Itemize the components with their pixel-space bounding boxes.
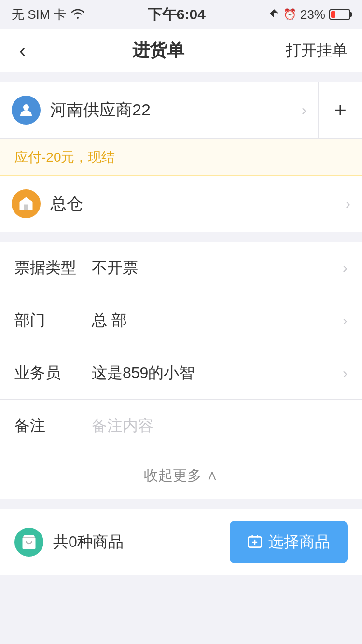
salesperson-label: 业务员 (14, 363, 82, 384)
chevron-right-icon-3: › (343, 260, 348, 276)
gray-area (0, 575, 362, 644)
collapse-button[interactable]: 收起更多 ∧ (0, 452, 362, 499)
department-label: 部门 (14, 310, 82, 331)
battery-percentage: 23% (300, 7, 325, 22)
shopping-bag-icon (20, 533, 38, 551)
salesperson-value: 这是859的小智 (82, 363, 338, 384)
select-product-button[interactable]: 选择商品 (230, 521, 348, 563)
remark-label: 备注 (14, 415, 82, 436)
warehouse-name: 总仓 (50, 193, 341, 215)
invoice-type-value: 不开票 (82, 257, 338, 279)
invoice-type-label: 票据类型 (14, 257, 82, 279)
add-product-icon (247, 534, 263, 550)
supplier-avatar (12, 96, 41, 125)
home-icon (17, 195, 35, 212)
status-left: 无 SIM 卡 (12, 6, 84, 23)
wifi-icon (71, 7, 84, 22)
status-right: ⏰ 23% (269, 7, 350, 22)
alarm-icon: ⏰ (283, 8, 296, 21)
svg-rect-1 (24, 205, 28, 210)
gap-1 (0, 72, 362, 82)
product-count-label: 共0种商品 (53, 532, 230, 553)
chevron-right-icon-5: › (343, 365, 348, 381)
select-product-label: 选择商品 (268, 532, 330, 553)
nav-bar: ‹ 进货单 打开挂单 (0, 29, 362, 72)
battery-icon (329, 9, 350, 20)
supplier-selector[interactable]: 河南供应商22 › (0, 82, 319, 138)
notice-text: 应付-20元，现结 (14, 150, 115, 165)
warehouse-icon (12, 189, 41, 218)
person-icon (17, 101, 35, 119)
department-row[interactable]: 部门 总 部 › (0, 294, 362, 347)
salesperson-row[interactable]: 业务员 这是859的小智 › (0, 347, 362, 400)
department-value: 总 部 (82, 310, 338, 331)
status-bar: 无 SIM 卡 下午6:04 ⏰ 23% (0, 0, 362, 29)
chevron-right-icon-4: › (343, 312, 348, 329)
open-pending-button[interactable]: 打开挂单 (286, 40, 348, 61)
product-count-icon (14, 528, 43, 557)
bottom-bar: 共0种商品 选择商品 (0, 509, 362, 575)
page-title: 进货单 (132, 39, 184, 62)
supplier-section: 河南供应商22 › + (0, 82, 362, 139)
collapse-label: 收起更多 ∧ (144, 466, 218, 486)
chevron-right-icon: › (302, 102, 306, 118)
form-section: 票据类型 不开票 › 部门 总 部 › 业务员 这是859的小智 › 备注 备注… (0, 242, 362, 452)
invoice-type-row[interactable]: 票据类型 不开票 › (0, 242, 362, 294)
carrier-label: 无 SIM 卡 (12, 6, 66, 23)
remark-row[interactable]: 备注 备注内容 (0, 400, 362, 452)
chevron-right-icon-2: › (346, 196, 350, 212)
notice-bar: 应付-20元，现结 (0, 139, 362, 176)
warehouse-section[interactable]: 总仓 › (0, 176, 362, 232)
status-time: 下午6:04 (148, 5, 206, 25)
supplier-name: 河南供应商22 (50, 99, 297, 121)
back-button[interactable]: ‹ (14, 35, 30, 66)
svg-point-0 (23, 104, 29, 110)
location-icon (269, 7, 279, 22)
remark-input[interactable]: 备注内容 (82, 415, 348, 436)
add-supplier-button[interactable]: + (319, 84, 362, 136)
